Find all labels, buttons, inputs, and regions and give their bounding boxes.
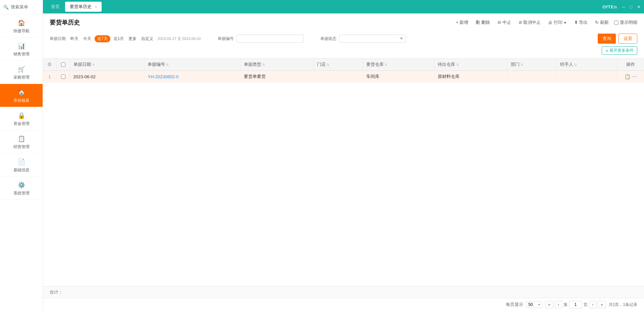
cancel-stop-button[interactable]: ⊘ 取消中止 xyxy=(517,18,543,27)
stop-button[interactable]: ⊘ 中止 xyxy=(495,18,513,27)
show-detail-label: 显示明细 xyxy=(620,19,637,26)
page-size-select[interactable]: 20 50 100 xyxy=(526,301,542,308)
col-header-handler-label: 经手人 xyxy=(560,61,573,68)
more-btn[interactable]: 更多 xyxy=(127,35,138,42)
row-doc-no-1[interactable]: YH-20230602-0 xyxy=(144,71,240,83)
today-btn[interactable]: 今天 xyxy=(82,35,93,42)
row-doc-date-value-1: 2023-06-02 xyxy=(73,74,96,79)
col-header-doc-no[interactable]: 单据编号 ⇅ xyxy=(144,58,240,71)
row-doc-no-link-1[interactable]: YH-20230602-0 xyxy=(148,74,178,79)
table-row[interactable]: 1 2023-06-02 YH-20230602-0 要货单要货 xyxy=(43,71,644,83)
table-head: ⚙ 单据日期 ⇅ 单据编 xyxy=(43,58,644,71)
col-header-doc-date[interactable]: 单据日期 ⇅ xyxy=(70,58,144,71)
doc-no-input[interactable] xyxy=(236,35,304,43)
page-title-row: 要货单历史 + 新增 删 删除 ⊘ 中止 ⊘ 取消中止 🖨 打印 ▼ ⬆ 导出 … xyxy=(50,18,637,27)
col-header-doc-type[interactable]: 单据类型 ⇅ xyxy=(240,58,313,71)
yesterday-btn[interactable]: 昨天 xyxy=(69,35,80,42)
custom-btn[interactable]: 自定义 xyxy=(140,35,155,42)
next-page-button[interactable]: › xyxy=(589,301,596,308)
filter-row-1: 单据日期 昨天 今天 近7天 近1月 更多 自定义 2023-05-27 至 2… xyxy=(50,30,637,46)
row-store-1 xyxy=(313,71,363,83)
col-header-doc-type-label: 单据类型 xyxy=(244,61,261,68)
more-action-icon-1[interactable]: ⋯ xyxy=(632,74,637,79)
row-req-warehouse-value-1: 车间库 xyxy=(366,74,379,79)
select-all-checkbox[interactable] xyxy=(61,62,65,67)
column-settings-button[interactable]: ⚙ xyxy=(47,61,52,68)
top-bar-right: OfTEn ─ □ ✕ xyxy=(602,4,641,9)
col-header-pending-warehouse[interactable]: 待出仓库 ⇅ xyxy=(434,58,507,71)
print-label: 🖨 打印 xyxy=(548,19,562,26)
row-req-warehouse-1: 车间库 xyxy=(363,71,434,83)
refresh-button[interactable]: ↻ 刷新 xyxy=(593,18,611,27)
sidebar-item-label-operation: 经营管理 xyxy=(13,144,30,150)
new-button[interactable]: + 新增 xyxy=(454,18,470,27)
top-bar: 首页 要货单历史 × OfTEn ─ □ ✕ xyxy=(43,0,644,13)
col-header-department-label: 部门 xyxy=(511,61,520,68)
doc-status-filter-group: 单据状态 xyxy=(320,35,406,43)
footer-sum: 合计： xyxy=(43,286,644,298)
last-page-button[interactable]: » xyxy=(598,301,606,308)
sidebar-search[interactable]: 🔍 搜索菜单 xyxy=(0,0,43,14)
tab-close-icon[interactable]: × xyxy=(95,5,97,9)
col-header-store[interactable]: 门店 ⇅ xyxy=(313,58,363,71)
expand-filter-button[interactable]: ∨ 展开更多条件 xyxy=(602,46,637,55)
edit-icon-1[interactable]: 📋 xyxy=(625,74,630,79)
query-button[interactable]: 查询 xyxy=(598,34,616,44)
main-area: 首页 要货单历史 × OfTEn ─ □ ✕ 要货单历史 + 新增 删 删除 ⊘… xyxy=(43,0,644,311)
pagination: 每页显示 20 50 100 « ‹ 第 页 › » 共1页，1条记录 xyxy=(43,298,644,311)
sidebar-item-label-sales: 销售管理 xyxy=(13,51,30,57)
col-header-handler[interactable]: 经手人 ⇅ xyxy=(557,58,617,71)
col-header-req-warehouse-label: 要货仓库 xyxy=(366,61,384,68)
settings-button[interactable]: 设置 xyxy=(619,34,637,44)
recent1m-btn[interactable]: 近1月 xyxy=(112,35,125,42)
window-minimize-btn[interactable]: ─ xyxy=(622,4,625,9)
print-button[interactable]: 🖨 打印 ▼ xyxy=(546,18,569,27)
first-page-button[interactable]: « xyxy=(545,301,553,308)
tab-home[interactable]: 首页 xyxy=(46,2,64,12)
doc-no-label: 单据编号 xyxy=(218,36,234,42)
prev-page-button[interactable]: ‹ xyxy=(555,301,562,308)
doc-status-select[interactable] xyxy=(339,35,406,43)
window-close-btn[interactable]: ✕ xyxy=(637,4,641,9)
col-header-store-label: 门店 xyxy=(317,61,326,68)
row-no-1: 1 xyxy=(43,71,56,83)
sort-req-warehouse-icon: ⇅ xyxy=(385,63,387,66)
data-table: ⚙ 单据日期 ⇅ 单据编 xyxy=(43,58,644,83)
sales-icon: 📊 xyxy=(18,42,25,50)
date-range-display: 2023-05-27 至 2023-06-02 xyxy=(157,36,201,41)
row-select-checkbox-1[interactable] xyxy=(61,75,65,79)
recent7-btn[interactable]: 近7天 xyxy=(95,35,110,42)
row-pending-warehouse-1: 原材料仓库 xyxy=(434,71,507,83)
table-header-row: ⚙ 单据日期 ⇅ 单据编 xyxy=(43,58,644,71)
col-header-req-warehouse[interactable]: 要货仓库 ⇅ xyxy=(363,58,434,71)
finance-icon: 🔒 xyxy=(18,112,25,119)
date-filter-group: 昨天 今天 近7天 近1月 更多 自定义 2023-05-27 至 2023-0… xyxy=(69,35,201,42)
doc-status-label: 单据状态 xyxy=(320,36,336,42)
current-page-input[interactable] xyxy=(569,301,582,308)
export-button[interactable]: ⬆ 导出 xyxy=(572,18,590,27)
sidebar-item-sales[interactable]: 📊 销售管理 xyxy=(0,38,43,61)
row-department-1 xyxy=(507,71,557,83)
delete-button[interactable]: 删 删除 xyxy=(474,18,492,27)
tab-yaohuodan[interactable]: 要货单历史 × xyxy=(65,2,102,12)
sort-doc-no-icon: ⇅ xyxy=(166,63,169,66)
window-maximize-btn[interactable]: □ xyxy=(630,4,632,9)
col-header-pending-warehouse-label: 待出仓库 xyxy=(438,61,455,68)
action-btns-1: 📋 ⋯ xyxy=(621,74,641,79)
sort-handler-icon: ⇅ xyxy=(574,63,577,66)
sidebar-item-system[interactable]: ⚙️ 系统管理 xyxy=(0,177,43,200)
row-checkbox-1[interactable] xyxy=(56,71,70,83)
doc-date-label: 单据日期 xyxy=(50,36,66,42)
sidebar-item-finance[interactable]: 🔒 资金管理 xyxy=(0,107,43,130)
sidebar-item-quick-nav[interactable]: 🏠 快捷导航 xyxy=(0,14,43,38)
row-doc-date-1: 2023-06-02 xyxy=(70,71,144,83)
show-detail-checkbox[interactable] xyxy=(614,20,619,25)
sidebar-item-inventory[interactable]: 🏠 库存核算 xyxy=(0,84,43,107)
show-detail-toggle[interactable]: 显示明细 xyxy=(614,19,637,26)
sidebar-item-purchase[interactable]: 🛒 采购管理 xyxy=(0,61,43,84)
sidebar-item-operation[interactable]: 📋 经营管理 xyxy=(0,130,43,153)
row-doc-type-value-1: 要货单要货 xyxy=(244,74,266,79)
col-header-department[interactable]: 部门 ⇅ xyxy=(507,58,557,71)
page-label-before: 第 xyxy=(564,302,568,308)
sidebar-item-basic[interactable]: 📄 基础信息 xyxy=(0,153,43,177)
